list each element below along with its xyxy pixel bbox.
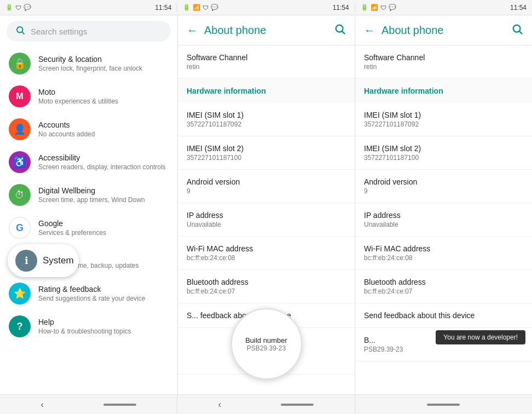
right-ip-address-value: Unavailable — [364, 221, 523, 228]
sidebar-item-system[interactable]: ℹ System ℹ System Languages, time, backu… — [0, 244, 177, 277]
message-right-icon: 💬 — [389, 4, 396, 11]
accessibility-icon: ♿ — [9, 151, 31, 173]
imei2-value: 357227101187100 — [187, 154, 346, 162]
middle-back-button[interactable]: ← — [187, 24, 198, 37]
accounts-icon: 👤 — [9, 118, 31, 140]
main-content: Search settings 🔒 Security & location Sc… — [0, 15, 532, 394]
imei2-label: IMEI (SIM slot 2) — [187, 144, 346, 153]
status-icons-middle: 🔋 📶 🛡 💬 — [183, 4, 218, 11]
right-wifi-mac[interactable]: Wi-Fi MAC address bc:ff:eb:24:ce:08 — [355, 237, 532, 270]
middle-search-button[interactable] — [334, 23, 346, 37]
status-segment-right: 🔋 📶 🛡 💬 11:54 — [355, 4, 532, 12]
sidebar-item-rating[interactable]: ⭐ Rating & feedback Send suggestions & r… — [0, 277, 177, 310]
sidebar-item-accounts[interactable]: 👤 Accounts No accounts added — [0, 113, 177, 146]
system-bubble: ℹ System — [8, 244, 79, 277]
security-title: Security & location — [38, 55, 169, 64]
right-bluetooth[interactable]: Bluetooth address bc:ff:eb:24:ce:07 — [355, 270, 532, 303]
about-wifi-mac[interactable]: Wi-Fi MAC address bc:ff:eb:24:ce:08 — [178, 237, 355, 270]
sidebar-item-moto[interactable]: M Moto Moto experiences & utilities — [0, 80, 177, 113]
right-android-version-value: 9 — [364, 187, 523, 195]
right-hardware-info-label: Hardware information — [364, 87, 523, 95]
svg-point-2 — [336, 25, 343, 32]
right-search-button[interactable] — [511, 23, 523, 37]
build-number-value: PSB29.39-23 — [247, 344, 286, 352]
nav-back-left[interactable]: ‹ — [41, 400, 44, 410]
svg-point-4 — [513, 25, 521, 32]
about-ip-address[interactable]: IP address Unavailable — [178, 203, 355, 237]
build-circle: Build number PSB29.39-23 — [231, 308, 302, 380]
ip-address-value: Unavailable — [187, 221, 346, 228]
about-panel-middle: ← About phone Software Channel retin Har… — [178, 15, 355, 394]
security-subtitle: Screen lock, fingerprint, face unlock — [38, 65, 169, 72]
about-build-number[interactable]: Build number PSB29.39-23 — [178, 328, 355, 375]
svg-point-0 — [17, 27, 23, 33]
battery-mid-icon: 🔋 — [183, 4, 190, 11]
nav-segment-middle: ‹ — [177, 395, 355, 414]
right-build-number[interactable]: B... PSB29.39-23 You are now a developer… — [355, 328, 532, 361]
search-bar[interactable]: Search settings — [7, 21, 171, 42]
settings-panel: Search settings 🔒 Security & location Sc… — [0, 15, 178, 394]
message-mid-icon: 💬 — [211, 4, 218, 11]
google-title: Google — [38, 219, 169, 228]
nav-home-right[interactable] — [427, 404, 460, 406]
wifi-mac-value: bc:ff:eb:24:ce:08 — [187, 254, 346, 262]
nav-home-middle[interactable] — [281, 404, 314, 406]
accessibility-subtitle: Screen readers, display, interaction con… — [38, 163, 169, 171]
svg-line-3 — [342, 31, 345, 34]
rating-subtitle: Send suggestions & rate your device — [38, 295, 169, 302]
about-bluetooth[interactable]: Bluetooth address bc:ff:eb:24:ce:07 — [178, 270, 355, 303]
middle-panel-header: ← About phone — [178, 15, 355, 45]
nav-back-middle[interactable]: ‹ — [218, 400, 221, 410]
android-version-label: Android version — [187, 177, 346, 186]
hardware-info-label: Hardware information — [187, 87, 346, 95]
right-wifi-mac-label: Wi-Fi MAC address — [364, 244, 523, 253]
rating-title: Rating & feedback — [38, 285, 169, 294]
imei1-label: IMEI (SIM slot 1) — [187, 111, 346, 119]
about-imei2[interactable]: IMEI (SIM slot 2) 357227101187100 — [178, 136, 355, 170]
right-android-version-label: Android version — [364, 177, 523, 186]
bluetooth-value: bc:ff:eb:24:ce:07 — [187, 288, 346, 295]
sidebar-item-help[interactable]: ? Help How-to & troubleshooting topics — [0, 310, 177, 343]
sidebar-item-accessibility[interactable]: ♿ Accessibility Screen readers, display,… — [0, 146, 177, 179]
accounts-title: Accounts — [38, 120, 169, 129]
about-imei1[interactable]: IMEI (SIM slot 1) 357227101187092 — [178, 103, 355, 136]
status-icons-right: 🔋 📶 🛡 💬 — [361, 4, 396, 11]
signal-right-icon: 📶 — [371, 4, 378, 11]
right-bluetooth-label: Bluetooth address — [364, 278, 523, 286]
right-send-feedback-label: Send feedback about this device — [364, 311, 523, 320]
software-channel-value: retin — [187, 63, 346, 71]
status-time-right: 11:54 — [510, 4, 527, 12]
sidebar-item-google[interactable]: G Google Services & preferences — [0, 211, 177, 244]
right-send-feedback[interactable]: Send feedback about this device — [355, 303, 532, 328]
right-hardware-header: Hardware information — [355, 79, 532, 103]
sidebar-item-security[interactable]: 🔒 Security & location Screen lock, finge… — [0, 47, 177, 80]
software-channel-label: Software Channel — [187, 53, 346, 62]
moto-subtitle: Moto experiences & utilities — [38, 97, 169, 105]
sidebar-item-digital-wellbeing[interactable]: ⏱ Digital Wellbeing Screen time, app tim… — [0, 179, 177, 211]
right-imei2[interactable]: IMEI (SIM slot 2) 357227101187100 — [355, 136, 532, 170]
bluetooth-label: Bluetooth address — [187, 278, 346, 286]
accessibility-title: Accessibility — [38, 153, 169, 162]
nav-home-left[interactable] — [103, 404, 136, 406]
svg-line-1 — [22, 32, 24, 34]
right-imei1[interactable]: IMEI (SIM slot 1) 357227101187092 — [355, 103, 532, 136]
status-segment-left: 🔋 🛡 💬 11:54 — [0, 4, 177, 12]
right-ip-address[interactable]: IP address Unavailable — [355, 203, 532, 237]
about-android-version[interactable]: Android version 9 — [178, 170, 355, 203]
right-back-button[interactable]: ← — [364, 24, 375, 37]
shield-right-icon: 🛡 — [380, 4, 386, 11]
right-android-version[interactable]: Android version 9 — [355, 170, 532, 203]
right-software-channel-label: Software Channel — [364, 53, 523, 62]
right-imei2-value: 357227101187100 — [364, 154, 523, 162]
nav-segment-left: ‹ — [0, 395, 177, 414]
shield-mid-icon: 🛡 — [203, 4, 209, 11]
right-software-channel[interactable]: Software Channel retin — [355, 45, 532, 79]
help-title: Help — [38, 318, 169, 326]
google-icon: G — [9, 217, 31, 239]
system-icon-bubble: ℹ — [15, 250, 37, 272]
help-subtitle: How-to & troubleshooting topics — [38, 327, 169, 335]
status-bar: 🔋 🛡 💬 11:54 🔋 📶 🛡 💬 11:54 🔋 📶 🛡 💬 11:54 — [0, 0, 532, 15]
nav-bar: ‹ ‹ — [0, 394, 532, 414]
right-wifi-mac-value: bc:ff:eb:24:ce:08 — [364, 254, 523, 262]
about-software-channel[interactable]: Software Channel retin — [178, 45, 355, 79]
